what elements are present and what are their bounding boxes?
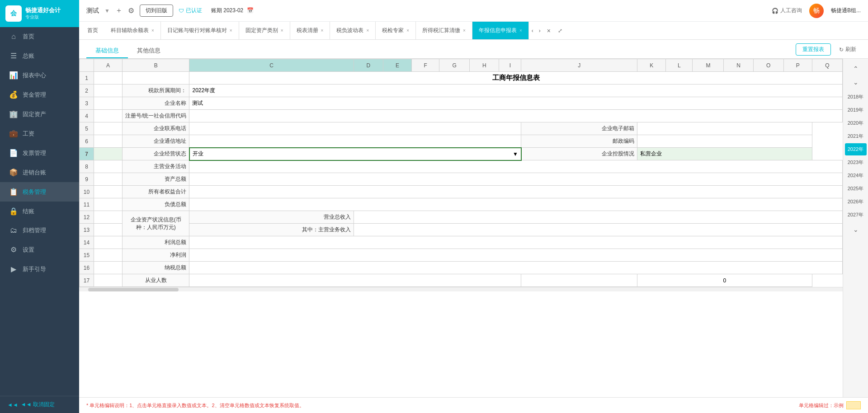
- tab-annual-report[interactable]: 年报信息申报表 ×: [472, 22, 529, 40]
- year-2024[interactable]: 2024年: [845, 169, 867, 182]
- horizontal-scrollbar[interactable]: [79, 287, 843, 291]
- cell-value[interactable]: 测试: [189, 97, 843, 110]
- tab-bank-reconcile[interactable]: 日记账与银行对账单核对 ×: [161, 22, 239, 40]
- tab-close-icon[interactable]: ×: [151, 28, 154, 33]
- year-expand-button[interactable]: ⌄: [849, 76, 862, 89]
- sidebar-pin-toggle[interactable]: ◄◄ ◄◄ 取消固定: [0, 396, 79, 413]
- sidebar-item-payroll[interactable]: 💼 工资: [0, 124, 79, 143]
- cell-label: 企业经营状态: [123, 148, 189, 160]
- dropdown-arrow-icon[interactable]: ▼: [104, 8, 110, 14]
- cell-value[interactable]: 私营企业: [637, 148, 812, 160]
- cell-value[interactable]: 0: [637, 274, 812, 287]
- sidebar-item-guide[interactable]: ▶ 新手引导: [0, 259, 79, 279]
- cell: [94, 72, 123, 84]
- cell-value[interactable]: 2022年度: [189, 84, 843, 97]
- add-button[interactable]: ＋: [115, 6, 123, 15]
- cell: [94, 249, 123, 262]
- old-version-button[interactable]: 切到旧版: [140, 5, 173, 17]
- tab-label: 所得税汇算清缴: [422, 27, 460, 34]
- tab-close-icon[interactable]: ×: [519, 28, 522, 33]
- cell-value[interactable]: [189, 236, 843, 249]
- year-2026[interactable]: 2026年: [845, 196, 867, 208]
- cell-value[interactable]: [189, 186, 843, 198]
- spreadsheet-main[interactable]: A B C D E F G H I J K L M: [79, 59, 843, 397]
- sub-tab-basic[interactable]: 基础信息: [86, 44, 128, 58]
- tab-tax-table[interactable]: 税表清册 ×: [290, 22, 330, 40]
- tab-close-icon[interactable]: ×: [463, 28, 466, 33]
- col-header-p: P: [783, 59, 812, 72]
- headset-icon: 🎧: [772, 8, 778, 14]
- year-scroll-down-button[interactable]: ⌄: [849, 223, 862, 236]
- sidebar-item-assets[interactable]: 🏢 固定资产: [0, 104, 79, 124]
- cell-dropdown[interactable]: 开业 ▼: [189, 148, 521, 160]
- tab-expand-button[interactable]: ⤢: [554, 22, 566, 40]
- year-2021[interactable]: 2021年: [845, 130, 867, 142]
- sidebar-item-funds[interactable]: 💰 资金管理: [0, 85, 79, 104]
- nav-label-guide: 新手引导: [23, 265, 46, 273]
- sidebar-item-settings[interactable]: ⚙ 设置: [0, 240, 79, 259]
- cell-value[interactable]: [637, 135, 812, 148]
- year-2019[interactable]: 2019年: [845, 104, 867, 116]
- cell-value[interactable]: [189, 135, 521, 148]
- sidebar-item-invoice[interactable]: 📄 发票管理: [0, 143, 79, 163]
- user-avatar[interactable]: 畅: [809, 4, 824, 18]
- cell-value[interactable]: [189, 274, 521, 287]
- sidebar-item-tax[interactable]: 📋 税务管理: [0, 182, 79, 202]
- tab-tax-burden[interactable]: 税负波动表 ×: [330, 22, 376, 40]
- sidebar-item-home[interactable]: ⌂ 首页: [0, 27, 79, 46]
- bottom-bar: * 单元格编辑说明：1、点击单元格直接录入数值或文本。2、清空单元格数值或文本恢…: [79, 397, 868, 413]
- tab-close-icon[interactable]: ×: [281, 28, 283, 33]
- cell-value[interactable]: [189, 122, 521, 135]
- cell-label: 企业联系电话: [123, 122, 189, 135]
- tab-income-tax[interactable]: 所得税汇算清缴 ×: [416, 22, 472, 40]
- refresh-button[interactable]: ↻ 刷新: [835, 44, 861, 55]
- cell: [94, 135, 123, 148]
- cell-value[interactable]: [189, 262, 843, 274]
- sheet-title[interactable]: 工商年报信息表: [189, 72, 843, 84]
- year-2018[interactable]: 2018年: [845, 91, 867, 103]
- cell-value[interactable]: [189, 249, 843, 262]
- pin-label: ◄◄ 取消固定: [21, 401, 55, 408]
- year-2022[interactable]: 2022年: [845, 143, 867, 155]
- cell-value[interactable]: [354, 211, 842, 224]
- cell-value[interactable]: [637, 122, 812, 135]
- year-2025[interactable]: 2025年: [845, 183, 867, 195]
- consult-button[interactable]: 🎧 人工咨询: [772, 7, 802, 14]
- year-2027[interactable]: 2027年: [845, 209, 867, 221]
- sidebar-item-reports[interactable]: 📊 报表中心: [0, 66, 79, 85]
- sidebar-item-ledger[interactable]: ☰ 总账: [0, 46, 79, 66]
- sidebar-item-archive[interactable]: 🗂 归档管理: [0, 221, 79, 240]
- sub-tab-other[interactable]: 其他信息: [128, 44, 170, 58]
- tab-fixed-assets[interactable]: 固定资产类别 ×: [239, 22, 290, 40]
- table-row: 9 资产总额: [80, 173, 843, 186]
- tab-prev-button[interactable]: ‹: [529, 22, 536, 40]
- settings-button[interactable]: ⚙: [128, 6, 134, 15]
- cell-value[interactable]: [189, 173, 843, 186]
- cell-value[interactable]: [189, 198, 843, 211]
- tab-close-icon[interactable]: ×: [230, 28, 232, 33]
- tab-close-all-button[interactable]: ×: [543, 22, 554, 40]
- cell: [94, 173, 123, 186]
- col-header-m: M: [693, 59, 724, 72]
- year-scroll-up-button[interactable]: ⌃: [849, 62, 862, 75]
- calendar-icon[interactable]: 📅: [247, 7, 254, 14]
- tab-close-icon[interactable]: ×: [406, 28, 409, 33]
- cell-label: 从业人数: [123, 274, 189, 287]
- tab-close-icon[interactable]: ×: [366, 28, 369, 33]
- tab-home[interactable]: 首页: [81, 22, 104, 40]
- cell-value[interactable]: [189, 110, 843, 122]
- sidebar-item-close[interactable]: 🔒 结账: [0, 202, 79, 221]
- row-num: 14: [80, 236, 94, 249]
- reset-button[interactable]: 重置报表: [796, 43, 831, 56]
- sidebar-item-inventory[interactable]: 📦 进销台账: [0, 163, 79, 182]
- tab-next-button[interactable]: ›: [536, 22, 543, 40]
- tab-close-icon[interactable]: ×: [321, 28, 324, 33]
- tab-tax-expert[interactable]: 税检专家 ×: [376, 22, 416, 40]
- cell: [94, 84, 123, 97]
- sub-tabs: 基础信息 其他信息 重置报表 ↻ 刷新: [79, 40, 868, 59]
- year-2020[interactable]: 2020年: [845, 117, 867, 129]
- year-2023[interactable]: 2023年: [845, 156, 867, 169]
- cell-value[interactable]: [189, 160, 843, 173]
- tab-subject-ledger[interactable]: 科目辅助余额表 ×: [104, 22, 161, 40]
- cell-value[interactable]: [354, 224, 842, 236]
